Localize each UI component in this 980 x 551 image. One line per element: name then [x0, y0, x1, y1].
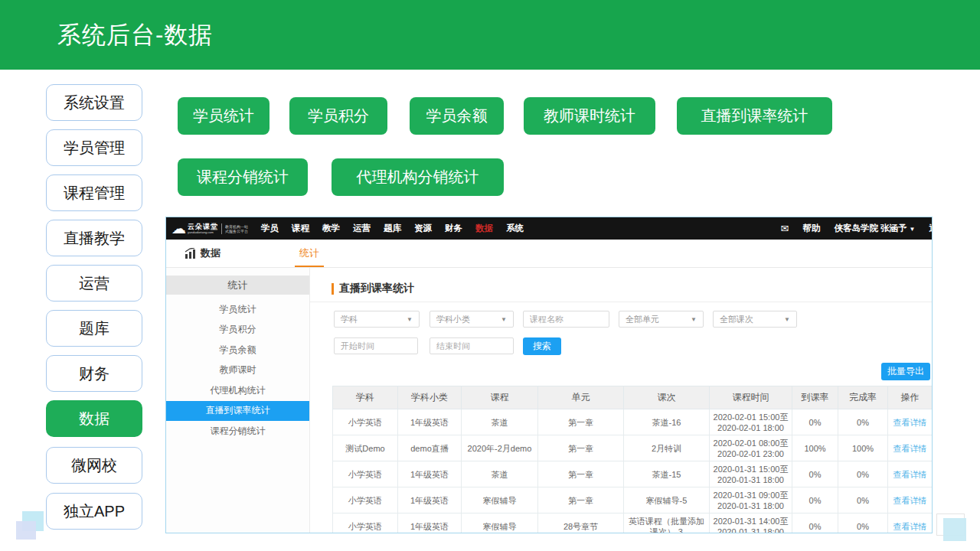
- search-button[interactable]: 搜索: [523, 337, 561, 355]
- nav-logout-clipped[interactable]: 退: [929, 223, 933, 234]
- column-header: 完成率: [838, 386, 888, 409]
- end-time-input[interactable]: [430, 337, 514, 354]
- feature-button-1[interactable]: 学员统计: [178, 97, 270, 135]
- cell-lesson: 英语课程（批量添加课次）-3: [624, 514, 710, 534]
- feature-button-7[interactable]: 代理机构分销统计: [332, 158, 504, 196]
- cell-completion: 100%: [838, 435, 888, 461]
- sidenav-item[interactable]: 学员统计: [166, 299, 309, 320]
- sidebar-item-9[interactable]: 微网校: [46, 447, 142, 484]
- cell-course: 茶道: [462, 461, 538, 487]
- column-header: 课次: [624, 386, 710, 409]
- mail-icon[interactable]: ✉: [780, 223, 789, 234]
- sidebar-item-5[interactable]: 运营: [46, 265, 142, 302]
- sidebar-item-4[interactable]: 直播教学: [46, 220, 142, 256]
- tab-statistics[interactable]: 统计: [295, 240, 324, 267]
- cell-action: 查看详情: [888, 461, 933, 487]
- table-row: 小学英语1年级英语茶道第一章茶道-162020-02-01 15:00至2020…: [333, 409, 933, 435]
- cell-time: 2020-02-01 08:00至2020-02-01 23:00: [710, 435, 792, 461]
- table-row: 测试Demodemo直播2020年-2月demo第一章2月特训2020-02-0…: [333, 435, 933, 461]
- cell-lesson: 寒假辅导-5: [624, 487, 710, 514]
- logo-tagline-2: 式服务云平台: [225, 229, 248, 233]
- nav-item-运营[interactable]: 运营: [353, 223, 371, 234]
- nav-help[interactable]: 帮助: [802, 223, 820, 234]
- course-name-input[interactable]: [523, 311, 609, 328]
- column-header: 单元: [538, 386, 624, 409]
- cell-time: 2020-01-31 14:00至2020-01-31 18:00: [710, 514, 792, 534]
- sidenav-item[interactable]: 课程分销统计: [166, 421, 309, 442]
- cell-action: 查看详情: [888, 514, 933, 534]
- content-title: 直播到课率统计: [332, 282, 414, 295]
- start-time-input[interactable]: [334, 337, 418, 354]
- feature-button-5[interactable]: 直播到课率统计: [677, 97, 832, 135]
- nav-item-财务[interactable]: 财务: [445, 223, 462, 234]
- breadcrumb-section: 数据: [201, 246, 220, 260]
- admin-sidenav: 统计 学员统计学员积分学员余额教师课时代理机构统计直播到课率统计课程分销统计: [166, 268, 310, 533]
- cell-completion: 0%: [838, 461, 888, 487]
- slide: 系统后台-数据 系统设置学员管理课程管理直播教学运营题库财务数据微网校独立APP…: [0, 0, 980, 551]
- sidebar-item-8[interactable]: 数据: [46, 400, 142, 437]
- sidenav-item[interactable]: 学员余额: [166, 340, 309, 360]
- cell-subcategory: 1年级英语: [398, 514, 462, 534]
- nav-account[interactable]: 侠客岛学院 张涵予▼: [834, 223, 915, 234]
- sidenav-item[interactable]: 直播到课率统计: [166, 401, 309, 422]
- nav-item-教学[interactable]: 教学: [322, 223, 340, 234]
- nav-item-学员[interactable]: 学员: [261, 223, 279, 234]
- logo-name: 云朵课堂: [188, 223, 218, 230]
- cell-attendance: 0%: [792, 487, 838, 514]
- admin-topnav: ☁ 云朵课堂 yunduoketang.com 教育机构一站 式服务云平台 学员…: [166, 217, 932, 240]
- cell-attendance: 0%: [792, 461, 838, 487]
- cell-unit: 第一章: [538, 487, 624, 514]
- lesson-select-value: 全部课次: [720, 314, 753, 325]
- cell-attendance: 100%: [792, 435, 838, 461]
- view-details-link[interactable]: 查看详情: [893, 418, 927, 427]
- nav-item-资源[interactable]: 资源: [414, 223, 432, 234]
- view-details-link[interactable]: 查看详情: [893, 444, 927, 453]
- sidenav-item[interactable]: 教师课时: [166, 360, 309, 381]
- logo: ☁ 云朵课堂 yunduoketang.com 教育机构一站 式服务云平台: [172, 219, 248, 238]
- sidebar-item-6[interactable]: 题库: [46, 310, 142, 347]
- table-row: 小学英语1年级英语寒假辅导第一章寒假辅导-52020-01-31 09:00至2…: [333, 487, 933, 514]
- unit-select[interactable]: 全部单元▼: [619, 311, 704, 328]
- sidenav-item[interactable]: 代理机构统计: [166, 380, 309, 401]
- cell-subcategory: 1年级英语: [398, 487, 462, 514]
- feature-button-6[interactable]: 课程分销统计: [178, 158, 308, 196]
- cell-subject: 小学英语: [333, 461, 398, 487]
- feature-button-3[interactable]: 学员余额: [410, 97, 504, 135]
- feature-button-2[interactable]: 学员积分: [289, 97, 387, 135]
- column-header: 课程时间: [710, 386, 792, 409]
- cell-unit: 第一章: [538, 461, 624, 487]
- bar-chart-icon: [185, 248, 196, 259]
- nav-item-系统[interactable]: 系统: [506, 223, 524, 234]
- sidebar-item-3[interactable]: 课程管理: [46, 174, 142, 211]
- cell-attendance: 0%: [792, 409, 838, 435]
- sidebar-item-10[interactable]: 独立APP: [46, 493, 142, 530]
- cell-attendance: 0%: [792, 514, 838, 534]
- chevron-down-icon: ▼: [501, 316, 507, 323]
- decor-square-lavender-left: [16, 521, 36, 540]
- unit-select-value: 全部单元: [626, 314, 659, 325]
- admin-nav-menu: 学员课程教学运营题库资源财务数据系统: [261, 217, 524, 240]
- admin-screenshot: ☁ 云朵课堂 yunduoketang.com 教育机构一站 式服务云平台 学员…: [165, 217, 933, 533]
- subcategory-select[interactable]: 学科小类▼: [430, 311, 514, 328]
- admin-content: 直播到课率统计 学科▼ 学科小类▼ 全部单元▼ 全部课次▼ 搜索 批量导出: [310, 268, 932, 533]
- cell-subject: 小学英语: [333, 487, 398, 514]
- breadcrumb: 数据: [185, 240, 220, 267]
- nav-item-题库[interactable]: 题库: [384, 223, 401, 234]
- nav-item-课程[interactable]: 课程: [292, 223, 309, 234]
- batch-export-button[interactable]: 批量导出: [881, 363, 930, 380]
- subject-select[interactable]: 学科▼: [334, 311, 420, 328]
- view-details-link[interactable]: 查看详情: [893, 470, 927, 479]
- cell-course: 2020年-2月demo: [462, 435, 538, 461]
- lesson-select[interactable]: 全部课次▼: [713, 311, 797, 328]
- sidebar-item-2[interactable]: 学员管理: [46, 129, 142, 166]
- view-details-link[interactable]: 查看详情: [893, 496, 927, 505]
- sidenav-item[interactable]: 学员积分: [166, 320, 309, 341]
- subcategory-select-value: 学科小类: [436, 314, 470, 325]
- cell-subcategory: 1年级英语: [398, 409, 462, 435]
- sidebar-item-7[interactable]: 财务: [46, 355, 142, 392]
- feature-button-4[interactable]: 教师课时统计: [524, 97, 655, 135]
- nav-item-数据[interactable]: 数据: [475, 223, 493, 234]
- view-details-link[interactable]: 查看详情: [893, 522, 927, 531]
- sidebar-item-1[interactable]: 系统设置: [46, 84, 142, 121]
- cloud-icon: ☁: [172, 219, 186, 238]
